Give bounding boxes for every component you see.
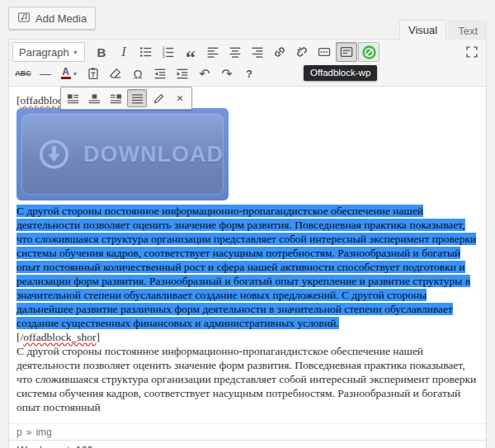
align-center-button[interactable]	[224, 42, 246, 62]
shortcode-close: [/offadblock_shor]	[16, 330, 478, 344]
numbered-list-icon: 1 2 3	[161, 45, 176, 59]
fullscreen-icon	[464, 45, 479, 59]
toolbar-row-1: Paragraph ▼ B I 1 2 3	[9, 40, 486, 64]
word-count: Word count: 160	[8, 441, 487, 448]
wordpress-post-editor: Add Media Visual Text Paragraph ▼ B I	[0, 0, 495, 448]
special-character-button[interactable]: Ω	[127, 64, 148, 83]
unlink-icon	[295, 45, 309, 59]
offadblock-wp-icon	[361, 45, 377, 60]
clear-formatting-button[interactable]	[105, 64, 126, 83]
image-edit-button[interactable]	[148, 89, 168, 107]
horizontal-rule-button[interactable]: —	[35, 64, 56, 83]
indent-icon	[175, 66, 190, 81]
align-left-button[interactable]	[202, 42, 224, 62]
outdent-button[interactable]	[149, 64, 171, 83]
text-color-button[interactable]: A ▼	[57, 64, 82, 83]
strikethrough-button[interactable]: ABC	[12, 64, 34, 83]
format-dropdown[interactable]: Paragraph ▼	[12, 42, 85, 62]
shortcode-word: offadblock_shor	[23, 331, 96, 343]
outdent-icon	[153, 66, 167, 81]
toolbar-row-2: ABC — A ▼	[9, 64, 486, 86]
chevron-down-icon: ▼	[73, 71, 78, 77]
eraser-icon	[108, 66, 123, 81]
italic-button[interactable]: I	[113, 42, 134, 62]
bold-button[interactable]: B	[91, 42, 112, 62]
download-button-image[interactable]: DOWNLOAD	[16, 108, 229, 200]
align-right-icon	[250, 45, 265, 59]
selected-text: С другой стороны постоянное информационн…	[16, 205, 476, 329]
paste-as-text-button[interactable]	[82, 64, 104, 83]
chevron-down-icon: ▼	[73, 50, 78, 55]
add-media-button[interactable]: Add Media	[8, 7, 96, 30]
toolbar-toggle-icon	[339, 45, 354, 59]
insert-link-button[interactable]	[269, 42, 290, 62]
image-align-left-button[interactable]	[63, 89, 82, 107]
pencil-icon	[153, 92, 165, 105]
offadblock-wp-tooltip: Offadblock-wp	[304, 65, 377, 81]
bullet-list-button[interactable]	[135, 42, 157, 62]
toolbar-group: Paragraph ▼ B I 1 2 3	[9, 40, 486, 87]
path-separator: »	[26, 427, 32, 438]
bullet-list-icon	[139, 45, 153, 59]
image-remove-button[interactable]: ×	[170, 89, 190, 107]
editor-mode-tabs: Visual Text	[399, 20, 487, 40]
image-align-right-icon	[110, 92, 122, 105]
offadblock-wp-button[interactable]	[358, 42, 380, 62]
image-align-center-icon	[88, 92, 101, 105]
media-icon	[17, 11, 31, 26]
selected-paragraph: С другой стороны постоянное информационн…	[16, 204, 478, 330]
path-segment-img[interactable]: img	[35, 427, 51, 438]
blockquote-button[interactable]: “	[180, 42, 201, 62]
editor-content[interactable]: × [offadblock_shor] DOWNLOAD С другой ст…	[9, 87, 486, 423]
align-right-button[interactable]	[247, 42, 268, 62]
image-align-none-button[interactable]	[127, 89, 147, 107]
clipboard-icon	[86, 66, 101, 81]
fullscreen-button[interactable]	[461, 42, 483, 62]
editor-panel: Paragraph ▼ B I 1 2 3	[8, 39, 487, 441]
element-path-bar: p » img	[9, 423, 486, 440]
image-align-left-icon	[67, 92, 79, 105]
indent-button[interactable]	[172, 64, 193, 83]
tab-visual[interactable]: Visual	[399, 20, 446, 40]
help-button[interactable]: ?	[238, 64, 260, 83]
more-tag-button[interactable]	[314, 42, 335, 62]
numbered-list-button[interactable]: 1 2 3	[158, 42, 179, 62]
image-selection-overlay	[16, 108, 229, 200]
path-segment-p[interactable]: p	[16, 427, 22, 438]
redo-button[interactable]: ↷	[216, 64, 238, 83]
link-icon	[272, 45, 287, 59]
image-align-right-button[interactable]	[106, 89, 125, 107]
remove-link-button[interactable]	[291, 42, 313, 62]
image-align-none-icon	[131, 92, 144, 105]
second-paragraph: С другой стороны постоянное информационн…	[16, 344, 478, 414]
align-left-icon	[205, 45, 220, 59]
undo-button[interactable]: ↶	[194, 64, 215, 83]
image-align-center-button[interactable]	[84, 89, 104, 107]
text-color-icon: A	[61, 68, 71, 79]
format-dropdown-label: Paragraph	[19, 46, 69, 59]
image-toolbar: ×	[60, 87, 192, 110]
read-more-icon	[317, 45, 332, 59]
align-center-icon	[228, 45, 243, 59]
svg-text:3: 3	[162, 54, 164, 59]
toolbar-toggle-button[interactable]	[336, 42, 357, 62]
add-media-label: Add Media	[35, 12, 87, 25]
tab-text[interactable]: Text	[449, 21, 487, 40]
